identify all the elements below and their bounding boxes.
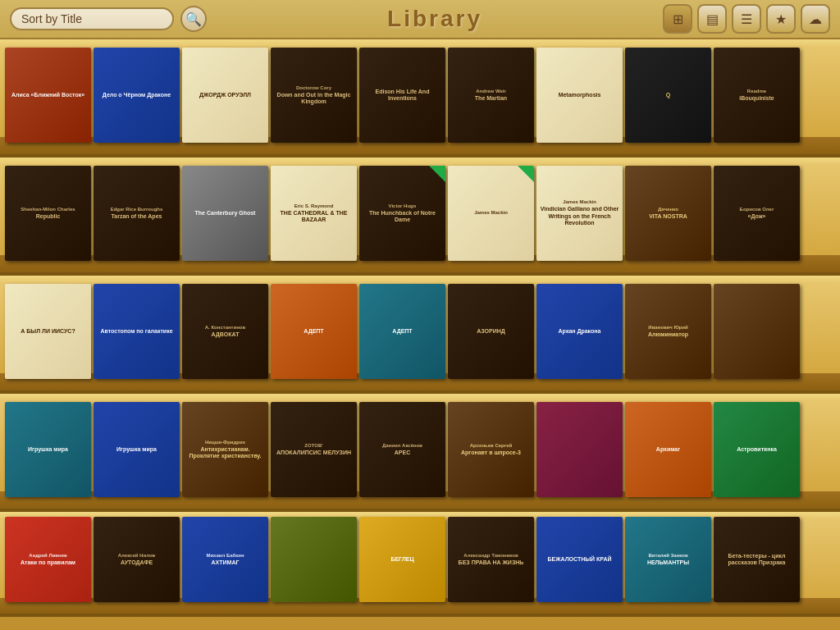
book-b32[interactable]: Даниил АксёновАРЕС [359, 402, 445, 497]
book-author: Борисов Олег [740, 207, 774, 212]
book-b40[interactable] [271, 517, 357, 602]
book-author: James Mackin [563, 199, 596, 204]
book-author: Victor Hugo [389, 203, 417, 208]
book-author: Иванович Юрий [648, 325, 687, 330]
book-b25[interactable]: Аркан Дракона [536, 284, 623, 379]
book-title: АРЕС [395, 450, 410, 456]
book-b35[interactable]: Архимаг [625, 402, 711, 497]
favorites-view-button[interactable]: ★ [766, 4, 796, 34]
toolbar-right: ⊞▤☰★☁ [663, 4, 830, 34]
book-b22[interactable]: АДЕПТ [271, 284, 357, 379]
book-b6[interactable]: Andrew WeirThe Martian [448, 48, 534, 143]
book-title: АДЕПТ [304, 328, 323, 335]
book-b7[interactable]: Metamorphosis [536, 48, 623, 143]
book-b15[interactable]: James Mackin [448, 166, 534, 261]
book-title: Q [666, 92, 670, 98]
book-b8[interactable]: Q [625, 48, 711, 143]
book-title: БЕГЛЕЦ [390, 556, 413, 563]
book-b12[interactable]: The Canterbury Ghost [182, 166, 268, 261]
bookshelf: Алиса «Ближний Восток»Дело о Чёрном Драк… [0, 39, 840, 630]
book-title: Игрушка мира [116, 446, 157, 453]
book-title: АХТИМАГ [212, 559, 240, 566]
book-title: Tarzan of the Apes [112, 213, 162, 220]
book-b19[interactable]: А БЫЛ ЛИ ИИСУС? [5, 284, 91, 379]
book-b23[interactable]: АДЕПТ [359, 284, 445, 379]
book-b16[interactable]: James MackinVindician Galliano and Other… [536, 166, 623, 261]
book-b33[interactable]: Арсеньев СергейАргонавт в шпросе-3 [448, 402, 534, 497]
book-b14[interactable]: Victor HugoThe Hunchback of Notre Dame [359, 166, 445, 261]
book-b34[interactable] [536, 402, 623, 497]
search-icon: 🔍 [185, 11, 202, 27]
book-author: James Mackin [474, 210, 508, 215]
book-b29[interactable]: Игрушка мира [94, 402, 180, 497]
book-b38[interactable]: Алексей НиловАУТОДАФЕ [94, 517, 180, 602]
book-author: Дяченко [658, 207, 678, 212]
book-title: Дело о Чёрном Драконе [103, 92, 171, 98]
list-view-button[interactable]: ☰ [732, 4, 761, 34]
book-title: ДЖОРДЖ ОРУЭЛЛ [199, 92, 251, 98]
book-title: Бета-тестеры - цикл рассказов Призрака [716, 553, 797, 567]
book-title: Алиса «Ближний Восток» [11, 92, 84, 98]
book-b17[interactable]: ДяченкоVITA NOSTRA [625, 166, 711, 261]
book-author: Ницше-Фридрих [205, 440, 245, 445]
book-b28[interactable]: Игрушка мира [5, 402, 91, 497]
book-b45[interactable]: Бета-тестеры - цикл рассказов Призрака [714, 517, 800, 602]
book-title: Алюминиатор [648, 331, 688, 338]
book-b13[interactable]: Eric S. RaymondTHE CATHEDRAL & THE BAZAA… [271, 166, 357, 261]
book-b37[interactable]: Андрей ЛивневАтаки по правилам [5, 517, 91, 602]
book-b42[interactable]: Александр ТамониковБЕЗ ПРАВА НА ЖИЗНЬ [448, 517, 534, 602]
header: 🔍 Library ⊞▤☰★☁ [0, 0, 840, 39]
book-title: АПОКАЛИПСИС МЕЛУЗИН [276, 450, 351, 456]
book-author: Алексей Нилов [118, 553, 155, 558]
book-title: АДВОКАТ [212, 331, 240, 338]
book-b9[interactable]: ReadmeiBouquiniste [714, 48, 800, 143]
book-b44[interactable]: Виталий ЗанковНЕЛЬМАНТРЫ [625, 517, 711, 602]
book-title: Антихристианам. Проклятие христианству. [185, 446, 266, 460]
book-title: БЕЖАЛОСТНЫЙ КРАЙ [548, 556, 612, 563]
book-b20[interactable]: Автостопом по галактике [94, 284, 180, 379]
book-author: Eric S. Raymond [294, 203, 334, 208]
book-title: Автостопом по галактике [100, 328, 172, 335]
book-b27[interactable] [714, 284, 800, 379]
book-author: Doctorow Cory [296, 85, 331, 90]
book-b5[interactable]: Edison His Life And Inventions [359, 48, 445, 143]
book-b11[interactable]: Edgar Rice BurroughsTarzan of the Apes [94, 166, 180, 261]
book-b4[interactable]: Doctorow CoryDown and Out in the Magic K… [271, 48, 357, 143]
book-b39[interactable]: Михаил БабкинАХТИМАГ [182, 517, 268, 602]
book-b18[interactable]: Борисов Олег«Дож» [714, 166, 800, 261]
book-b10[interactable]: Sheehan-Milon CharlesRepublic [5, 166, 91, 261]
grid-view-button[interactable]: ⊞ [663, 4, 692, 34]
columns-view-button[interactable]: ▤ [697, 4, 727, 34]
book-b26[interactable]: Иванович ЮрийАлюминиатор [625, 284, 711, 379]
book-title: iBouquiniste [739, 95, 774, 102]
cloud-view-button[interactable]: ☁ [801, 4, 830, 34]
sort-input[interactable] [10, 7, 174, 30]
book-author: Виталий Занков [648, 553, 687, 558]
shelf-5: Андрей ЛивневАтаки по правиламАлексей Ни… [0, 512, 840, 617]
book-title: The Martian [475, 95, 507, 102]
book-title: VITA NOSTRA [649, 213, 687, 220]
book-b2[interactable]: Дело о Чёрном Драконе [94, 48, 180, 143]
book-title: «Дож» [747, 213, 765, 220]
book-title: БЕЗ ПРАВА НА ЖИЗНЬ [459, 559, 524, 566]
book-author: Sheehan-Milon Charles [21, 207, 75, 212]
shelf-1: Алиса «Ближний Восток»Дело о Чёрном Драк… [0, 39, 840, 158]
book-b41[interactable]: БЕГЛЕЦ [359, 517, 445, 602]
book-title: Архимаг [656, 446, 680, 453]
book-b31[interactable]: ZOTOB'АПОКАЛИПСИС МЕЛУЗИН [271, 402, 357, 497]
book-author: Арсеньев Сергей [470, 443, 513, 448]
book-b30[interactable]: Ницше-ФридрихАнтихристианам. Проклятие х… [182, 402, 268, 497]
book-b3[interactable]: ДЖОРДЖ ОРУЭЛЛ [182, 48, 268, 143]
book-title: НЕЛЬМАНТРЫ [647, 559, 689, 566]
new-badge [429, 166, 445, 182]
book-b21[interactable]: А. КонстантиновАДВОКАТ [182, 284, 268, 379]
book-b24[interactable]: АЗОРИНД [448, 284, 534, 379]
book-b36[interactable]: Астровитянка [714, 402, 800, 497]
book-author: Александр Тамоников [463, 553, 518, 558]
book-b43[interactable]: БЕЖАЛОСТНЫЙ КРАЙ [536, 517, 623, 602]
shelf-3: А БЫЛ ЛИ ИИСУС?Автостопом по галактикеА.… [0, 276, 840, 394]
search-button[interactable]: 🔍 [180, 6, 207, 32]
book-b1[interactable]: Алиса «Ближний Восток» [5, 48, 91, 143]
new-badge [518, 166, 534, 182]
book-title: The Hunchback of Notre Dame [362, 210, 443, 224]
